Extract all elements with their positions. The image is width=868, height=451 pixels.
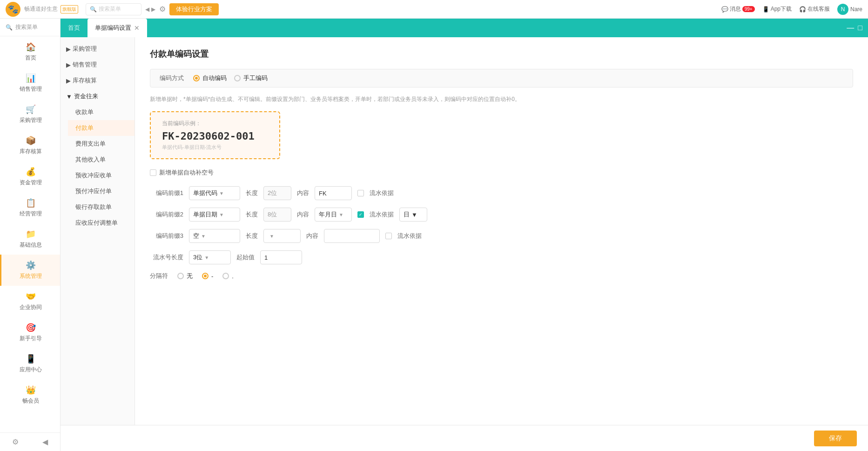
sidebar-item-member[interactable]: 👑 畅会员	[0, 379, 60, 411]
sidebar-item-apps[interactable]: 📱 应用中心	[0, 348, 60, 379]
auto-code-radio-dot[interactable]	[193, 75, 200, 81]
sidebar-item-sales[interactable]: 📊 销售管理	[0, 67, 60, 99]
sub-menu-sales-mgmt[interactable]: ▶ 销售管理	[61, 57, 135, 73]
prefix2-stream-unit-select[interactable]: 日 ▼	[399, 208, 427, 222]
chevron-down-icon: ▼	[219, 191, 224, 196]
purchase-icon: 🛒	[26, 104, 36, 114]
sidebar-search[interactable]: 🔍 搜索菜单	[0, 19, 60, 36]
prefix2-select[interactable]: 单据日期 ▼	[189, 208, 240, 222]
sub-menu-receivable-adjust[interactable]: 应收应付调整单	[68, 215, 135, 231]
system-icon: ⚙️	[26, 260, 36, 270]
prefix2-stream-checkbox[interactable]: ✓	[357, 211, 364, 218]
encoding-radio-group: 自动编码 手工编码	[193, 74, 268, 82]
chevron-down-icon: ▼	[411, 211, 417, 218]
home-icon: 🏠	[26, 42, 36, 52]
prefix1-stream-checkbox[interactable]	[357, 190, 364, 196]
sub-menu-receipt[interactable]: 收款单	[68, 104, 135, 120]
sub-menu-bank-deposit[interactable]: 银行存取款单	[68, 199, 135, 215]
prefix1-select[interactable]: 单据代码 ▼	[189, 186, 240, 200]
user-avatar[interactable]: N Nare	[837, 4, 862, 15]
sub-menu-payment[interactable]: 付款单	[68, 120, 135, 136]
settings-icon[interactable]: ⚙	[159, 5, 166, 13]
sub-menu-capital[interactable]: ▼ 资金往来	[61, 88, 135, 104]
sub-menu-expense[interactable]: 费用支出单	[68, 136, 135, 152]
bottom-bar: 保存	[61, 425, 868, 451]
basic-icon: 📁	[26, 229, 36, 239]
prefix3-select[interactable]: 空 ▼	[189, 229, 240, 243]
chevron-right-icon: ▶	[66, 77, 71, 84]
prefix1-content-input[interactable]	[315, 186, 352, 200]
chevron-down-icon: ▼	[219, 212, 224, 217]
app-download-btn[interactable]: 📱 App下载	[762, 5, 792, 13]
sales-icon: 📊	[26, 73, 36, 83]
auto-fill-checkbox[interactable]	[150, 169, 156, 176]
manual-code-radio[interactable]: 手工编码	[234, 74, 268, 82]
top-nav-arrows[interactable]: ◀ ▶	[145, 6, 155, 13]
top-bar-right: 💬 消息 99+ 📱 App下载 🎧 在线客服 N Nare	[721, 4, 862, 15]
sep-dash-radio[interactable]: -	[202, 273, 213, 280]
prefix1-length-input[interactable]	[263, 186, 291, 200]
sidebar-item-purchase[interactable]: 🛒 采购管理	[0, 99, 60, 130]
online-service-btn[interactable]: 🎧 在线客服	[799, 5, 830, 13]
tab-home[interactable]: 首页	[61, 19, 87, 37]
window-maximize-icon[interactable]: □	[858, 24, 862, 32]
try-industry-btn[interactable]: 体验行业方案	[169, 3, 219, 15]
apps-icon: 📱	[26, 354, 36, 364]
sidebar-nav: 🏠 首页 📊 销售管理 🛒 采购管理 📦 库存核算 💰 资金管理 📋 经	[0, 36, 60, 432]
sep-dot-radio-dot[interactable]	[222, 273, 229, 279]
tab-code-setting[interactable]: 单据编码设置 ✕	[87, 19, 147, 37]
sub-menu-purchase-mgmt[interactable]: ▶ 采购管理	[61, 41, 135, 57]
sidebar: 🔍 搜索菜单 🏠 首页 📊 销售管理 🛒 采购管理 📦 库存核算 💰 资金管理	[0, 19, 61, 451]
prefix2-row: 编码前缀2 单据日期 ▼ 长度 内容 年月日 ▼ ✓ 流水依据 日	[150, 208, 853, 222]
sidebar-collapse-icon[interactable]: ◀	[42, 438, 48, 446]
auto-code-radio[interactable]: 自动编码	[193, 74, 227, 82]
page-title: 付款单编码设置	[150, 48, 853, 60]
sidebar-item-finance[interactable]: 💰 资金管理	[0, 161, 60, 192]
main-panel: 付款单编码设置 编码方式 自动编码 手工编码	[135, 37, 868, 425]
manual-code-radio-dot[interactable]	[234, 75, 241, 81]
auto-fill-row: 新增单据自动补空号	[150, 168, 853, 177]
top-bar: 🐾 畅通道好生意 旗舰版 🔍 搜索菜单 ◀ ▶ ⚙ 体验行业方案 💬 消息 99…	[0, 0, 868, 19]
search-bar[interactable]: 🔍 搜索菜单	[86, 3, 141, 15]
sub-menu-prepay-pay[interactable]: 预付冲应付单	[68, 183, 135, 199]
sidebar-item-operations[interactable]: 📋 经营管理	[0, 192, 60, 223]
operations-icon: 📋	[26, 198, 36, 208]
sub-menu-other-income[interactable]: 其他收入单	[68, 152, 135, 168]
sidebar-item-guide[interactable]: 🎯 新手引导	[0, 317, 60, 348]
tab-bar-actions: — □	[847, 24, 862, 32]
encoding-mode-section: 编码方式 自动编码 手工编码	[150, 69, 853, 88]
message-btn[interactable]: 💬 消息 99+	[721, 5, 755, 13]
prefix3-length-select[interactable]: ▼	[263, 229, 301, 243]
sep-dot-radio[interactable]: .	[222, 273, 234, 280]
save-button[interactable]: 保存	[814, 431, 857, 446]
sidebar-item-system[interactable]: ⚙️ 系统管理	[0, 255, 60, 286]
sub-menu-prepay-receive[interactable]: 预收冲应收单	[68, 168, 135, 183]
prefix2-content-select[interactable]: 年月日 ▼	[315, 208, 352, 222]
serial-start-input[interactable]	[260, 250, 302, 264]
sidebar-item-home[interactable]: 🏠 首页	[0, 36, 60, 67]
sub-sidebar: ▶ 采购管理 ▶ 销售管理 ▶ 库存核算 ▼ 资金往来 收款单	[61, 37, 135, 425]
sep-none-radio-dot[interactable]	[177, 273, 184, 279]
sep-none-radio[interactable]: 无	[177, 272, 193, 280]
chevron-down-icon: ▼	[339, 212, 343, 217]
sidebar-item-basic[interactable]: 📁 基础信息	[0, 223, 60, 255]
prefix3-content-input[interactable]	[324, 229, 380, 243]
sidebar-settings-icon[interactable]: ⚙	[12, 438, 19, 446]
window-minimize-icon[interactable]: —	[847, 24, 854, 32]
chevron-down-icon: ▼	[269, 234, 274, 239]
prefix2-length-input[interactable]	[263, 208, 291, 222]
sep-dash-radio-dot[interactable]	[202, 273, 209, 279]
inventory-icon: 📦	[26, 135, 36, 146]
sidebar-item-enterprise[interactable]: 🤝 企业协同	[0, 286, 60, 317]
chevron-right-icon: ▶	[66, 46, 71, 53]
serial-length-select[interactable]: 3位 ▼	[189, 250, 231, 264]
tab-close-icon[interactable]: ✕	[134, 25, 140, 31]
member-icon: 👑	[26, 385, 36, 395]
enterprise-icon: 🤝	[26, 291, 36, 302]
sidebar-item-inventory[interactable]: 📦 库存核算	[0, 130, 60, 161]
serial-row: 流水号长度 3位 ▼ 起始值	[150, 250, 853, 264]
chevron-down-icon: ▼	[66, 93, 72, 100]
prefix3-stream-checkbox[interactable]	[385, 233, 392, 239]
brand-logo: 🐾	[6, 2, 20, 17]
sub-menu-inventory-calc[interactable]: ▶ 库存核算	[61, 73, 135, 88]
